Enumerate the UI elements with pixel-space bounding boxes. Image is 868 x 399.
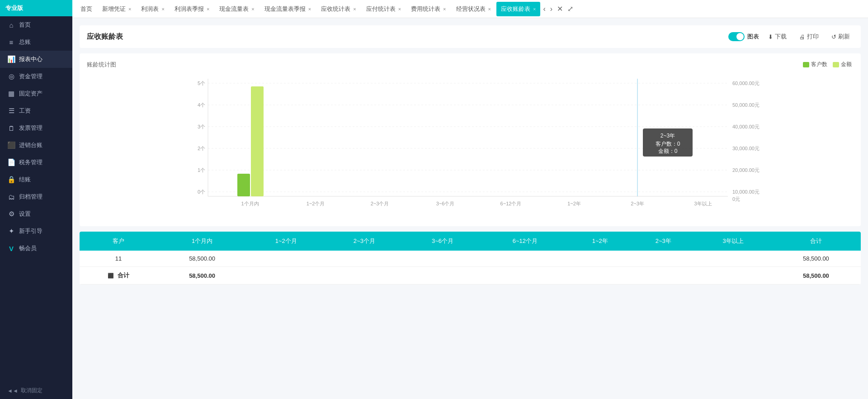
- print-button[interactable]: 🖨 打印: [796, 31, 822, 43]
- tab-ap-stats-label: 应付统计表: [366, 5, 396, 13]
- refresh-icon: ↺: [831, 33, 836, 40]
- sidebar-label-guide: 新手引导: [19, 227, 42, 235]
- tab-cashflow[interactable]: 现金流量表 ×: [215, 2, 259, 16]
- col-header-customer: 客户: [80, 232, 157, 251]
- tab-business-status-label: 经营状况表: [456, 5, 486, 13]
- chart-svg: 5个 4个 3个 2个 1个 0个 60,000.00元 50,000.00元 …: [87, 74, 854, 219]
- chart-legend: 客户数 金额: [803, 61, 852, 68]
- tab-ar-stats-close[interactable]: ×: [353, 6, 356, 12]
- tax-icon: 📄: [7, 158, 15, 166]
- sidebar-label-vip: 畅会员: [19, 244, 37, 252]
- total-m23: [325, 267, 403, 285]
- cell-y23: [632, 251, 695, 267]
- sidebar-item-inventory[interactable]: ⬛ 进销台账: [0, 137, 72, 154]
- tab-expense-stats[interactable]: 费用统计表 ×: [406, 2, 450, 16]
- tab-cashflow-quarter-close[interactable]: ×: [308, 6, 311, 12]
- legend-amount-color: [833, 62, 839, 67]
- page-title: 应收账龄表: [87, 32, 123, 42]
- tab-ar-stats[interactable]: 应收统计表 ×: [316, 2, 360, 16]
- tab-cashflow-quarter[interactable]: 现金流量表季报 ×: [260, 2, 316, 16]
- total-y23: [632, 267, 695, 285]
- tab-maximize[interactable]: ⤢: [566, 5, 575, 14]
- sidebar-item-fund[interactable]: ◎ 资金管理: [0, 68, 72, 85]
- sidebar-item-archive[interactable]: 🗂 归档管理: [0, 188, 72, 205]
- sidebar: 专业版 ⌂ 首页 ≡ 总账 📊 报表中心 ◎ 资金管理 ▦ 固定资产 ☰ 工资 …: [0, 0, 72, 399]
- svg-text:3年以上: 3年以上: [694, 201, 712, 206]
- svg-text:10,000.00元: 10,000.00元: [732, 189, 760, 195]
- archive-icon: 🗂: [7, 193, 15, 201]
- tab-profit-quarter[interactable]: 利润表季报 ×: [170, 2, 214, 16]
- tab-profit[interactable]: 利润表 ×: [137, 2, 169, 16]
- tab-ar-aging[interactable]: 应收账龄表 ×: [496, 2, 540, 16]
- tab-voucher-close[interactable]: ×: [128, 6, 131, 12]
- tab-voucher[interactable]: 新增凭证 ×: [98, 2, 136, 16]
- tab-bar: 首页 新增凭证 × 利润表 × 利润表季报 × 现金流量表 × 现金流量表季报 …: [72, 0, 868, 18]
- tab-nav-prev[interactable]: ‹: [541, 5, 547, 14]
- tab-close-all[interactable]: ✕: [555, 5, 565, 14]
- col-header-m12: 1~2个月: [247, 232, 325, 251]
- cell-m36: [403, 251, 481, 267]
- svg-text:1个月内: 1个月内: [241, 201, 259, 206]
- tab-business-status-close[interactable]: ×: [488, 6, 491, 12]
- refresh-label: 刷新: [838, 33, 850, 41]
- sidebar-unpin[interactable]: ◄◄ 取消固定: [0, 382, 72, 399]
- col-header-y23: 2~3年: [632, 232, 695, 251]
- cell-y12: [568, 251, 632, 267]
- sidebar-item-vip[interactable]: V 畅会员: [0, 240, 72, 257]
- col-header-y3plus: 3年以上: [695, 232, 771, 251]
- guide-icon: ✦: [7, 227, 15, 235]
- tab-ap-stats[interactable]: 应付统计表 ×: [362, 2, 406, 16]
- cell-m12: [247, 251, 325, 267]
- sidebar-item-report[interactable]: 📊 报表中心: [0, 51, 72, 68]
- col-header-m36: 3~6个月: [403, 232, 481, 251]
- salary-icon: ☰: [7, 107, 15, 115]
- total-icon: ⬛: [108, 273, 114, 278]
- sidebar-item-tax[interactable]: 📄 税务管理: [0, 154, 72, 171]
- tab-expense-stats-close[interactable]: ×: [443, 6, 446, 12]
- tab-expense-stats-label: 费用统计表: [411, 5, 440, 13]
- chart-toggle[interactable]: [728, 32, 745, 41]
- cell-total: 58,500.00: [771, 251, 861, 267]
- sidebar-item-invoice[interactable]: 🗒 发票管理: [0, 119, 72, 137]
- svg-text:3~6个月: 3~6个月: [436, 201, 455, 206]
- tab-profit-close[interactable]: ×: [161, 6, 164, 12]
- tab-ap-stats-close[interactable]: ×: [398, 6, 401, 12]
- inventory-icon: ⬛: [7, 141, 15, 149]
- cell-m612: [482, 251, 569, 267]
- legend-amount-label: 金额: [841, 61, 852, 68]
- chart-title: 账龄统计图: [87, 61, 854, 69]
- table-row: 11 58,500.00 58,500.00: [80, 251, 861, 267]
- svg-text:3个: 3个: [198, 124, 205, 129]
- total-y3plus: [695, 267, 771, 285]
- chart-toggle-label: 图表: [747, 33, 759, 41]
- sidebar-item-guide[interactable]: ✦ 新手引导: [0, 223, 72, 240]
- tab-profit-label: 利润表: [141, 5, 159, 13]
- sidebar-item-close[interactable]: 🔒 结账: [0, 171, 72, 188]
- table-header-row: 客户 1个月内 1~2个月 2~3个月 3~6个月 6~12个月 1~2年 2~…: [80, 232, 861, 251]
- sidebar-label-home: 首页: [19, 21, 31, 29]
- unpin-label: 取消固定: [21, 387, 42, 394]
- svg-text:6~12个月: 6~12个月: [500, 201, 522, 206]
- report-icon: 📊: [7, 55, 15, 63]
- sidebar-label-report: 报表中心: [19, 55, 42, 63]
- col-header-m612: 6~12个月: [482, 232, 569, 251]
- tab-cashflow-close[interactable]: ×: [251, 6, 254, 12]
- sidebar-item-home[interactable]: ⌂ 首页: [0, 16, 72, 33]
- legend-amount: 金额: [833, 61, 852, 68]
- sidebar-item-ledger[interactable]: ≡ 总账: [0, 33, 72, 51]
- sidebar-item-salary[interactable]: ☰ 工资: [0, 102, 72, 119]
- tab-ar-aging-close[interactable]: ×: [533, 6, 536, 12]
- download-icon: ⬇: [768, 33, 773, 40]
- sidebar-item-settings[interactable]: ⚙ 设置: [0, 205, 72, 223]
- tab-home[interactable]: 首页: [76, 2, 97, 16]
- svg-text:1个: 1个: [198, 167, 205, 173]
- total-m612: [482, 267, 569, 285]
- tab-nav-next[interactable]: ›: [548, 5, 554, 14]
- download-button[interactable]: ⬇ 下载: [764, 31, 790, 43]
- sidebar-item-assets[interactable]: ▦ 固定资产: [0, 85, 72, 102]
- chart-container: 账龄统计图 客户数 金额: [80, 53, 861, 226]
- sidebar-label-tax: 税务管理: [19, 158, 42, 166]
- refresh-button[interactable]: ↺ 刷新: [828, 31, 854, 43]
- tab-profit-quarter-close[interactable]: ×: [207, 6, 209, 12]
- tab-business-status[interactable]: 经营状况表 ×: [452, 2, 495, 16]
